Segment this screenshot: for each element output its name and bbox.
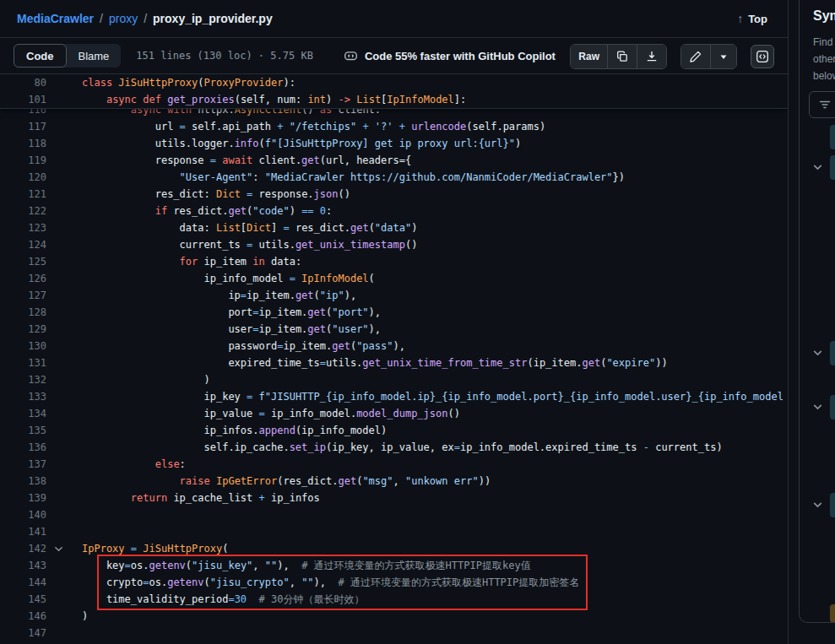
line-number[interactable]: 123 — [0, 219, 46, 236]
code-text: port=ip_item.get("port"), — [82, 304, 788, 321]
edit-button[interactable] — [681, 45, 710, 68]
chevron-down-icon[interactable] — [812, 162, 823, 173]
breadcrumb-repo-link[interactable]: MediaCrawler — [17, 12, 94, 25]
line-number[interactable]: 135 — [0, 422, 46, 439]
code-line: 125 for ip_item in data: — [0, 253, 788, 270]
line-number[interactable]: 142 — [0, 540, 46, 557]
fold-gutter — [46, 371, 82, 388]
line-number[interactable]: 125 — [0, 253, 46, 270]
code-line: 121 res_dict: Dict = response.json() — [0, 186, 788, 203]
line-number[interactable]: 121 — [0, 186, 46, 203]
top-label: Top — [748, 13, 767, 25]
code-text: raise IpGetError(res_dict.get("msg", "un… — [82, 473, 788, 490]
line-number[interactable]: 130 — [0, 338, 46, 354]
breadcrumb-folder-link[interactable]: proxy — [109, 12, 138, 25]
line-number[interactable]: 80 — [0, 74, 46, 91]
code-text — [82, 523, 788, 540]
line-number[interactable]: 101 — [0, 91, 46, 108]
line-number[interactable]: 136 — [0, 439, 46, 456]
symbol-chip[interactable] — [830, 604, 835, 623]
tab-blame[interactable]: Blame — [67, 44, 122, 68]
line-number[interactable]: 127 — [0, 287, 46, 304]
download-button[interactable] — [637, 45, 666, 68]
line-number[interactable]: 146 — [0, 608, 46, 625]
fold-gutter — [46, 456, 82, 473]
fold-gutter — [46, 270, 82, 287]
code-line: 135 ip_infos.append(ip_info_model) — [0, 422, 788, 439]
code-text: async def get_proxies(self, num: int) ->… — [82, 91, 788, 108]
code-text: else: — [82, 456, 788, 473]
chevron-down-icon[interactable] — [812, 348, 823, 359]
symbol-chip[interactable] — [830, 125, 835, 149]
line-number[interactable]: 120 — [0, 169, 46, 186]
line-number[interactable]: 145 — [0, 591, 46, 608]
fold-gutter — [46, 321, 82, 338]
dropdown-caret-icon — [718, 51, 729, 62]
fold-gutter — [46, 203, 82, 219]
fold-gutter — [46, 287, 82, 304]
line-number[interactable]: 126 — [0, 270, 46, 287]
code-line: 133 ip_key = f"JISUHTTP_{ip_info_model.i… — [0, 388, 788, 405]
fold-gutter — [46, 354, 82, 371]
symbols-toggle-button[interactable] — [751, 45, 774, 68]
breadcrumb: MediaCrawler / proxy / proxy_ip_provider… — [0, 0, 788, 37]
code-text: IpProxy = JiSuHttpProxy( — [82, 540, 788, 557]
line-number[interactable]: 124 — [0, 236, 46, 253]
line-number[interactable]: 137 — [0, 456, 46, 473]
code-line: 139 return ip_cache_list + ip_infos — [0, 490, 788, 506]
code-text: ip_info_model = IpInfoModel( — [82, 270, 788, 287]
line-number[interactable]: 138 — [0, 473, 46, 490]
code-line: 120 "User-Agent": "MediaCrawler https://… — [0, 169, 788, 186]
code-line: 141 — [0, 523, 788, 540]
code-text: ) — [82, 608, 788, 625]
symbol-chip[interactable] — [830, 493, 835, 517]
line-number[interactable]: 144 — [0, 574, 46, 591]
symbols-filter-input[interactable] — [809, 91, 835, 118]
code-text: utils.logger.info(f"[JiSuHttpProxy] get … — [82, 135, 788, 152]
tab-code[interactable]: Code — [14, 44, 67, 68]
code-line: 118 utils.logger.info(f"[JiSuHttpProxy] … — [0, 135, 788, 152]
line-number[interactable]: 132 — [0, 371, 46, 388]
line-number[interactable]: 134 — [0, 405, 46, 422]
edit-dropdown-button[interactable] — [710, 45, 736, 68]
code-text: key=os.getenv("jisu_key", ""), # 通过环境变量的… — [82, 557, 788, 574]
line-number[interactable]: 129 — [0, 321, 46, 338]
symbol-chip[interactable] — [830, 155, 835, 180]
chevron-down-icon[interactable] — [812, 402, 823, 413]
symbol-chip[interactable] — [830, 341, 835, 365]
line-number[interactable]: 118 — [0, 135, 46, 152]
line-number[interactable]: 131 — [0, 354, 46, 371]
line-number[interactable]: 139 — [0, 490, 46, 506]
scroll-to-top-link[interactable]: ↑ Top — [737, 0, 767, 37]
line-number[interactable]: 143 — [0, 557, 46, 574]
code-line: 144 crypto=os.getenv("jisu_crypto", ""),… — [0, 574, 788, 591]
code-text: class JiSuHttpProxy(ProxyProvider): — [82, 74, 788, 91]
fold-gutter — [46, 152, 82, 169]
raw-button[interactable]: Raw — [571, 45, 607, 68]
copy-button[interactable] — [607, 45, 637, 68]
arrow-up-icon: ↑ — [737, 12, 743, 25]
code-text: current_ts = utils.get_unix_timestamp() — [82, 236, 788, 253]
line-number[interactable]: 128 — [0, 304, 46, 321]
line-number[interactable]: 133 — [0, 388, 46, 405]
copilot-banner[interactable]: Code 55% faster with GitHub Copilot — [344, 49, 556, 63]
line-number[interactable]: 117 — [0, 118, 46, 135]
code-text: ip_key = f"JISUHTTP_{ip_info_model.ip}_{… — [82, 388, 788, 405]
copilot-banner-text: Code 55% faster with GitHub Copilot — [365, 50, 556, 62]
line-number[interactable]: 141 — [0, 523, 46, 540]
symbol-chip[interactable] — [830, 395, 835, 419]
collapse-chevron-icon[interactable] — [54, 544, 63, 554]
fold-gutter — [46, 304, 82, 321]
breadcrumb-separator: / — [144, 12, 147, 25]
line-number[interactable]: 147 — [0, 625, 46, 641]
line-number[interactable]: 122 — [0, 203, 46, 219]
symbols-panel: Sym Find other below — [799, 0, 835, 623]
symbols-tree-row — [800, 395, 835, 419]
line-number[interactable]: 140 — [0, 506, 46, 523]
chevron-down-icon[interactable] — [812, 500, 823, 511]
line-number[interactable]: 119 — [0, 152, 46, 169]
edit-pencil-icon — [689, 50, 702, 63]
file-toolbar: Code Blame 151 lines (130 loc) · 5.75 KB… — [0, 37, 788, 74]
fold-gutter — [46, 74, 82, 91]
code-blame-switcher: Code Blame — [14, 44, 121, 68]
